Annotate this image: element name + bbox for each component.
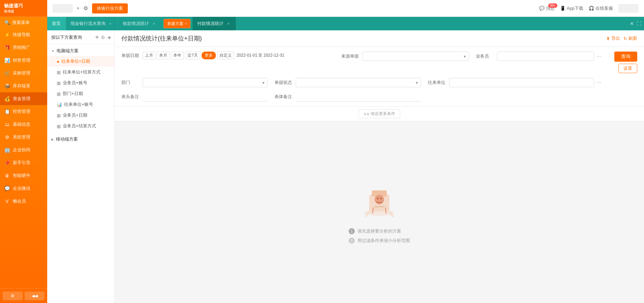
sidebar-item-wechat[interactable]: 💬 企业微信 xyxy=(0,182,47,195)
trial-btn[interactable]: 体验行业方案 xyxy=(92,3,128,13)
tab-payment-close-icon[interactable]: × xyxy=(226,21,231,26)
scheme-icon-5: ▦ xyxy=(57,113,61,118)
sidebar-item-hardware[interactable]: 🖥 智能硬件 xyxy=(0,169,47,182)
scheme-item-label: 往来单位+结算方式 xyxy=(63,69,100,75)
query-btn[interactable]: 查询 xyxy=(614,52,637,62)
scheme-active-icon: ● xyxy=(57,59,59,64)
dept-select[interactable]: ▾ xyxy=(143,78,268,87)
sidebar-item-search[interactable]: 🔍 搜索菜单 xyxy=(0,17,47,28)
collapse-chevron-icon: ∧∧ xyxy=(363,112,370,116)
date-btn-this-month[interactable]: 本月 xyxy=(157,52,170,59)
sidebar-item-quicknav[interactable]: ⚡ 快捷导航 xyxy=(0,28,47,41)
tip-text-1: 请先选择要分析的方案 xyxy=(357,228,401,234)
scheme-item-counterparty-date[interactable]: ● 往来单位+日期 xyxy=(47,56,114,67)
settings-btn[interactable]: 设置 xyxy=(618,64,637,73)
panel-collapse-icon[interactable]: ◀ xyxy=(107,35,110,40)
scheme-item-salesperson-date[interactable]: ▦ 业务员+日期 xyxy=(47,110,114,121)
svg-rect-8 xyxy=(374,206,384,207)
source-select[interactable]: ▾ xyxy=(362,52,469,61)
tab-home[interactable]: 首页 xyxy=(47,17,66,30)
settings-icon[interactable]: ⚙ xyxy=(83,5,88,11)
money-icon: 💰 xyxy=(4,96,10,102)
chat-icon: 💬 xyxy=(4,185,10,191)
sidebar-item-system[interactable]: ⚙ 系统管理 xyxy=(0,131,47,144)
sidebar-collapse-btn[interactable]: ◀◀ xyxy=(25,292,45,300)
sidebar-item-operations[interactable]: 📋 经营管理 xyxy=(0,105,47,118)
dropdown-arrow-icon[interactable]: ▾ xyxy=(77,6,79,11)
source-label: 来源单据 xyxy=(341,53,360,59)
sidebar-item-inventory[interactable]: 📦 库存核算 xyxy=(0,80,47,92)
mobile-section-header[interactable]: ▶ 移动端方案 xyxy=(47,134,114,144)
pc-section-label: 电脑端方案 xyxy=(57,48,79,54)
svg-point-4 xyxy=(377,198,379,199)
dept-dropdown-icon: ▾ xyxy=(262,80,265,85)
scheme-item-counterparty-account[interactable]: 📊 往来单位+账号 xyxy=(47,99,114,110)
filter-row-2: 部门 ▾ 单据状态 ▾ 往来单位 xyxy=(121,78,637,87)
date-btn-last-month[interactable]: 上月 xyxy=(143,52,155,59)
collapse-more-btn[interactable]: ∧∧ 收起更多条件 xyxy=(358,109,400,118)
filter-row-1: 单据日期 上月 本月 本年 近7天 更多 自定义 2022-01-01 至 20… xyxy=(121,52,637,73)
sidebar-item-sales[interactable]: 📊 销售管理 xyxy=(0,54,47,67)
date-btn-more[interactable]: 更多 xyxy=(202,52,216,59)
salesperson-input[interactable] xyxy=(497,52,594,61)
tab-bank-close-icon[interactable]: × xyxy=(108,21,113,26)
date-btn-7days[interactable]: 近7天 xyxy=(185,52,200,59)
counterparty-dots[interactable]: ··· xyxy=(597,80,604,86)
tab-new-close-icon[interactable]: × xyxy=(185,22,187,26)
salesperson-dots[interactable]: ··· xyxy=(597,53,604,59)
online-service[interactable]: 🎧 在线客服 xyxy=(589,5,613,11)
tab-receipt[interactable]: 收款情况统计 × xyxy=(118,17,162,30)
pc-section-arrow-icon: ▼ xyxy=(51,49,55,53)
sidebar-bottom: ⚙ ◀◀ xyxy=(0,289,47,303)
left-panel: 按以下方案查询 + ⚙ ◀ ▼ 电脑端方案 ● 往来单位+日期 ▦ xyxy=(47,30,115,303)
add-scheme-icon[interactable]: + xyxy=(95,34,99,41)
counterparty-input[interactable] xyxy=(449,78,594,87)
tab-close-all-icon[interactable]: ✕ xyxy=(630,21,634,26)
sidebar-item-label: 搜索菜单 xyxy=(12,20,30,26)
date-label: 单据日期 xyxy=(121,53,140,59)
page-header: 付款情况统计(往来单位+日期) ⬆ 导出 ↻ 刷新 xyxy=(115,30,644,47)
tab-expand-icon[interactable]: ⛶ xyxy=(637,21,641,26)
header-note-input[interactable] xyxy=(143,92,268,101)
tab-new-scheme[interactable]: 新建方案 × xyxy=(164,19,191,28)
app-download[interactable]: 📱 App下载 xyxy=(560,5,583,11)
filter-body-note-group: 表体备注 xyxy=(274,92,421,101)
scheme-item-label: 往来单位+账号 xyxy=(64,101,93,108)
tab-new-label: 新建方案 xyxy=(167,21,183,27)
body-note-label: 表体备注 xyxy=(274,94,293,100)
tab-payment-label: 付款情况统计 xyxy=(197,21,224,27)
tab-bank[interactable]: 现金银行流水查询 × xyxy=(66,17,118,30)
sidebar-settings-btn[interactable]: ⚙ xyxy=(3,292,23,300)
main-content: ▾ ⚙ 体验行业方案 💬 消息 99+ 📱 App下载 🎧 在线客服 首页 xyxy=(47,0,644,303)
sidebar-item-label: 库存核算 xyxy=(13,83,30,89)
scheme-icon-3: ▦ xyxy=(57,91,61,96)
sidebar-item-guide[interactable]: 📌 新手引导 xyxy=(0,156,47,169)
empty-tips: 1 请先选择要分析的方案 2 用过滤条件来缩小分析范围 xyxy=(349,228,410,244)
sidebar-item-basic[interactable]: 🗂 基础信息 xyxy=(0,118,47,131)
date-btn-this-year[interactable]: 本年 xyxy=(171,52,184,59)
messages-badge[interactable]: 💬 消息 99+ xyxy=(539,5,555,11)
scheme-item-salesperson-account[interactable]: ▦ 业务员+账号 xyxy=(47,78,114,88)
docstatus-select[interactable]: ▾ xyxy=(296,78,421,87)
export-btn[interactable]: ⬆ 导出 xyxy=(606,35,620,41)
sidebar-item-finance[interactable]: 💰 资金管理 xyxy=(0,92,47,105)
refresh-btn[interactable]: ↻ 刷新 xyxy=(623,35,637,41)
pc-section-header[interactable]: ▼ 电脑端方案 xyxy=(47,46,114,56)
tab-payment[interactable]: 付款情况统计 × xyxy=(193,17,236,30)
sidebar-item-collab[interactable]: 🏢 企业协同 xyxy=(0,144,47,156)
dept-label: 部门 xyxy=(121,80,140,86)
tab-receipt-close-icon[interactable]: × xyxy=(151,21,156,26)
sidebar-item-marketing[interactable]: 🎁 营销推广 xyxy=(0,41,47,54)
date-btn-custom[interactable]: 自定义 xyxy=(217,52,234,59)
body-note-input[interactable] xyxy=(296,92,421,101)
scheme-item-counterparty-payment[interactable]: ▦ 往来单位+结算方式 xyxy=(47,67,114,78)
filter-date-group: 单据日期 上月 本月 本年 近7天 更多 自定义 2022-01-01 至 20… xyxy=(121,52,334,59)
scheme-item-salesperson-payment[interactable]: ▦ 业务员+结算方式 xyxy=(47,121,114,131)
scheme-settings-icon[interactable]: ⚙ xyxy=(101,35,105,40)
source-dropdown-icon: ▾ xyxy=(464,54,466,59)
sidebar-item-vip[interactable]: V 畅会员 xyxy=(0,195,47,208)
sidebar-item-purchase[interactable]: 🛒 采购管理 xyxy=(0,67,47,80)
scheme-item-dept-date[interactable]: ▦ 部门+日期 xyxy=(47,88,114,99)
sidebar-item-label: 营销推广 xyxy=(13,44,30,51)
collapse-bar: ∧∧ 收起更多条件 xyxy=(115,107,644,121)
